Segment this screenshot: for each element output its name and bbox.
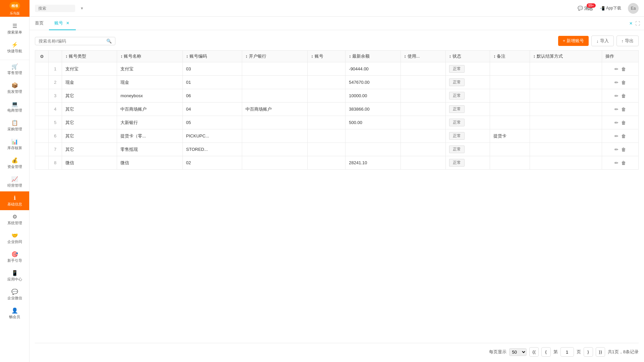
sidebar-item-inventory[interactable]: 📊 库存核算 xyxy=(0,135,29,154)
delete-icon[interactable]: 🗑 xyxy=(621,160,626,166)
row-actions: ✏ 🗑 xyxy=(602,156,639,170)
tab-home-label: 首页 xyxy=(35,20,44,26)
edit-icon[interactable]: ✏ xyxy=(614,147,619,152)
row-status: 正常 xyxy=(445,89,490,103)
delete-icon[interactable]: 🗑 xyxy=(621,120,626,125)
row-bank xyxy=(242,129,308,143)
row-code: 06 xyxy=(182,89,242,103)
app-download-button[interactable]: 📲 App下载 xyxy=(600,5,621,11)
row-settings xyxy=(35,143,49,156)
fullscreen-icon[interactable]: ⛶ xyxy=(635,21,640,26)
page-size-select[interactable]: 50 100 200 xyxy=(509,348,527,356)
sidebar-item-finance[interactable]: 💰 资金管理 xyxy=(0,154,29,173)
delete-icon[interactable]: 🗑 xyxy=(621,133,626,139)
col-usage[interactable]: ↕ 使用... xyxy=(400,51,445,62)
delete-icon[interactable]: 🗑 xyxy=(621,147,626,152)
col-remark[interactable]: ↕ 备注 xyxy=(490,51,530,62)
sidebar-item-quick-nav[interactable]: ⚡ 快捷导航 xyxy=(0,38,29,57)
dropdown-arrow[interactable]: ▾ xyxy=(78,5,85,12)
row-account xyxy=(308,156,345,170)
import-button[interactable]: ↓ 导入 xyxy=(591,36,614,46)
message-button[interactable]: 💬 消息 99+ xyxy=(578,5,593,11)
row-name: 微信 xyxy=(117,156,183,170)
tab-account[interactable]: 账号 ✕ xyxy=(49,17,76,30)
sidebar-item-ecommerce[interactable]: 💻 电商管理 xyxy=(0,98,29,116)
status-badge: 正常 xyxy=(449,92,465,100)
edit-icon[interactable]: ✏ xyxy=(614,107,619,112)
tab-close-icon[interactable]: ✕ xyxy=(65,20,70,26)
col-default-payment[interactable]: ↕ 默认结算方式 xyxy=(530,51,602,62)
header-search-box[interactable] xyxy=(35,5,75,12)
page-input[interactable] xyxy=(560,347,574,357)
row-name: 现金 xyxy=(117,76,183,89)
delete-icon[interactable]: 🗑 xyxy=(621,93,626,99)
sidebar-item-label: 采购管理 xyxy=(7,127,22,132)
col-balance[interactable]: ↕ 最新余额 xyxy=(345,51,400,62)
page-last-button[interactable]: ⟩⟩ xyxy=(596,347,605,357)
page-next-button[interactable]: ⟩ xyxy=(584,347,593,357)
sidebar-item-wechat[interactable]: 💬 企业微信 xyxy=(0,285,29,304)
sidebar-item-member[interactable]: 👤 畅会员 xyxy=(0,304,29,323)
tab-bar-close-icon[interactable]: ✕ xyxy=(629,21,633,26)
app-label: App下载 xyxy=(606,5,621,11)
row-balance: 383866.00 xyxy=(345,103,400,116)
col-account[interactable]: ↕ 账号 xyxy=(308,51,345,62)
tab-home[interactable]: 首页 xyxy=(30,17,49,30)
sidebar-item-system[interactable]: ⚙ 系统管理 xyxy=(0,210,29,229)
sidebar-item-enterprise[interactable]: 🤝 企业协同 xyxy=(0,229,29,248)
col-type[interactable]: ↕ 账号类型 xyxy=(62,51,117,62)
row-status: 正常 xyxy=(445,143,490,156)
sidebar-item-search-menu[interactable]: ☰ 搜索菜单 xyxy=(0,19,29,38)
col-code[interactable]: ↕ 账号编码 xyxy=(182,51,242,62)
sidebar-item-label: 基础信息 xyxy=(7,202,22,207)
header-search-input[interactable] xyxy=(38,6,65,11)
sidebar-item-retail[interactable]: 🛒 零售管理 xyxy=(0,60,29,79)
search-icon[interactable]: 🔍 xyxy=(106,39,112,44)
edit-icon[interactable]: ✏ xyxy=(614,80,619,85)
col-bank[interactable]: ↕ 开户银行 xyxy=(242,51,308,62)
delete-icon[interactable]: 🗑 xyxy=(621,80,626,85)
sidebar-item-purchase[interactable]: 📋 采购管理 xyxy=(0,116,29,135)
add-account-button[interactable]: + 新增账号 xyxy=(558,36,589,46)
delete-icon[interactable]: 🗑 xyxy=(621,107,626,112)
sidebar-item-label: 快捷导航 xyxy=(7,49,22,54)
edit-icon[interactable]: ✏ xyxy=(614,120,619,125)
per-page-label: 每页显示 xyxy=(489,349,506,355)
enterprise-icon: 🤝 xyxy=(11,232,18,239)
row-balance: -90444.00 xyxy=(345,62,400,76)
page-prev-button[interactable]: ⟨ xyxy=(541,347,551,357)
row-num: 7 xyxy=(49,143,62,156)
edit-icon[interactable]: ✏ xyxy=(614,93,619,99)
edit-icon[interactable]: ✏ xyxy=(614,66,619,72)
retail-icon: 🛒 xyxy=(11,63,18,70)
sidebar-item-operation[interactable]: 📈 经营管理 xyxy=(0,173,29,191)
row-actions: ✏ 🗑 xyxy=(602,116,639,129)
search-wrap[interactable]: 🔍 xyxy=(35,37,115,45)
edit-icon[interactable]: ✏ xyxy=(614,160,619,166)
export-label: 导出 xyxy=(625,38,634,44)
sidebar-item-app-center[interactable]: 📱 应用中心 xyxy=(0,266,29,285)
sidebar-item-wholesale[interactable]: 📦 批发管理 xyxy=(0,79,29,98)
export-button[interactable]: ↑ 导出 xyxy=(616,36,639,46)
import-icon: ↓ xyxy=(596,39,599,44)
avatar[interactable]: Ea xyxy=(628,3,639,14)
row-balance: 10000.00 xyxy=(345,89,400,103)
col-status[interactable]: ↕ 状态 xyxy=(445,51,490,62)
sidebar-item-guide[interactable]: 🎯 新手引导 xyxy=(0,248,29,266)
delete-icon[interactable]: 🗑 xyxy=(621,66,626,72)
edit-icon[interactable]: ✏ xyxy=(614,133,619,139)
row-num: 2 xyxy=(49,76,62,89)
row-type: 现金 xyxy=(62,76,117,89)
col-name[interactable]: ↕ 账号名称 xyxy=(117,51,183,62)
row-usage xyxy=(400,143,445,156)
sidebar-item-label: 零售管理 xyxy=(7,70,22,75)
status-badge: 正常 xyxy=(449,145,465,153)
page-first-button[interactable]: ⟨⟨ xyxy=(529,347,539,357)
row-remark: 提货卡 xyxy=(490,129,530,143)
row-bank xyxy=(242,143,308,156)
sidebar-item-label: 资金管理 xyxy=(7,164,22,169)
search-input[interactable] xyxy=(39,39,106,44)
sidebar-item-basic-info[interactable]: ℹ 基础信息 xyxy=(0,191,29,210)
col-settings[interactable]: ⚙ xyxy=(35,51,49,62)
page-size-dropdown[interactable]: 50 100 200 xyxy=(509,348,527,356)
